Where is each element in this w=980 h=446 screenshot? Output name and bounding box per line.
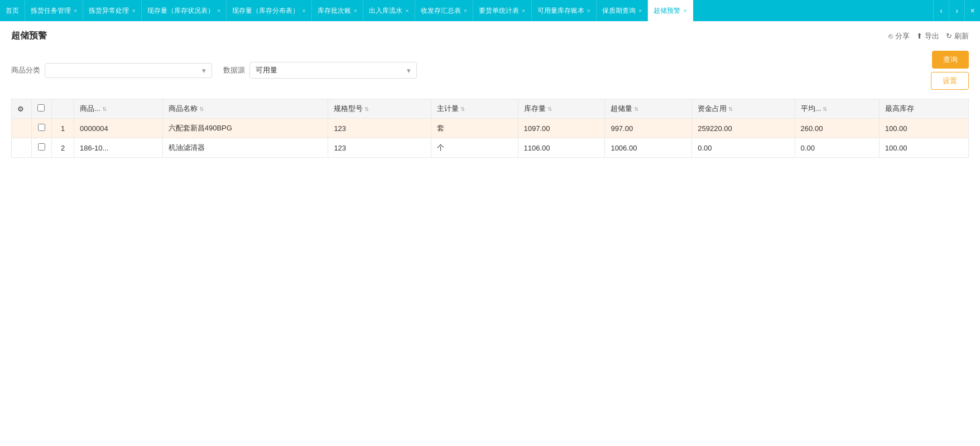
nav-tab-home[interactable]: 首页 (0, 0, 25, 21)
nav-tab-batch[interactable]: 库存批次账 × (312, 0, 363, 21)
nav-tab-requisition[interactable]: 要货单统计表 × (473, 0, 531, 21)
stock-col-header[interactable]: 库存量⇅ (518, 99, 605, 119)
close-icon[interactable]: × (132, 7, 135, 14)
row-settings-cell (12, 119, 32, 138)
settings-button[interactable]: 设置 (931, 72, 969, 90)
product-category-filter: 商品分类 ▾ (11, 63, 212, 78)
close-icon[interactable]: × (683, 7, 686, 14)
product-code-col-header[interactable]: 商品...⇅ (74, 99, 163, 119)
nav-tab-available[interactable]: 可用量库存账本 × (532, 0, 597, 21)
data-source-label: 数据源 (223, 65, 245, 75)
filter-row: 商品分类 ▾ 数据源 可用量 ▾ 查询 设置 (11, 51, 969, 90)
nav-tab-summary[interactable]: 收发存汇总表 × (415, 0, 473, 21)
unit-col-header[interactable]: 主计量⇅ (431, 99, 518, 119)
row-checkbox[interactable] (38, 143, 45, 151)
data-source-value: 可用量 (256, 65, 277, 75)
max-stock-cell: 100.00 (879, 138, 968, 158)
row-num-cell: 1 (52, 119, 74, 138)
nav-prev-button[interactable]: ‹ (933, 0, 949, 21)
share-button[interactable]: ⎋ 分享 (888, 31, 910, 41)
export-button[interactable]: ⬆ 导出 (916, 31, 939, 41)
spec-cell: 123 (328, 119, 431, 138)
close-icon[interactable]: × (522, 7, 525, 14)
overstock-cell: 1006.00 (605, 138, 692, 158)
product-code-cell: 0000004 (74, 119, 163, 138)
capital-col-header[interactable]: 资金占用⇅ (692, 99, 795, 119)
product-name-col-header[interactable]: 商品名称⇅ (162, 99, 328, 119)
avg-cell: 260.00 (795, 119, 879, 138)
stock-cell: 1106.00 (518, 138, 605, 158)
spec-cell: 123 (328, 138, 431, 158)
product-name-cell: 六配套新昌490BPG (162, 119, 328, 138)
share-icon: ⎋ (888, 32, 893, 40)
row-checkbox-cell[interactable] (32, 138, 52, 158)
data-table: ⚙ 商品...⇅ 商品名称⇅ 规格型号⇅ 主计量⇅ (11, 99, 969, 158)
query-button[interactable]: 查询 (932, 51, 969, 69)
nav-tab-inventory-status[interactable]: 现存量（库存状况表） × (142, 0, 227, 21)
product-name-cell: 机油滤清器 (162, 138, 328, 158)
sort-icon: ⇅ (460, 106, 465, 112)
rownum-col-header (52, 99, 74, 119)
close-icon[interactable]: × (74, 7, 77, 14)
select-all-checkbox[interactable] (37, 104, 45, 112)
nav-tab-exception[interactable]: 拣货异常处理 × (83, 0, 141, 21)
table-body: 1 0000004 六配套新昌490BPG 123 套 1097.00 997.… (12, 119, 969, 158)
close-icon[interactable]: × (354, 7, 357, 14)
main-content: 超储预警 ⎋ 分享 ⬆ 导出 ↻ 刷新 商品分类 ▾ 数据源 (0, 21, 980, 446)
nav-close-button[interactable]: × (964, 0, 980, 21)
sort-icon: ⇅ (823, 106, 827, 112)
unit-cell: 套 (431, 119, 518, 138)
nav-tab-overstock[interactable]: 超储预警 × (648, 0, 693, 21)
close-icon[interactable]: × (638, 7, 642, 14)
overstock-cell: 997.00 (605, 119, 692, 138)
nav-arrows: ‹ › × (933, 0, 980, 21)
nav-next-button[interactable]: › (949, 0, 964, 21)
row-settings-cell (12, 138, 32, 158)
nav-tab-inventory-dist[interactable]: 现存量（库存分布表） × (227, 0, 311, 21)
row-checkbox[interactable] (38, 124, 45, 131)
table-header-row: ⚙ 商品...⇅ 商品名称⇅ 规格型号⇅ 主计量⇅ (12, 99, 969, 119)
close-icon[interactable]: × (217, 7, 220, 14)
product-category-select[interactable]: ▾ (45, 63, 212, 78)
table-row: 1 0000004 六配套新昌490BPG 123 套 1097.00 997.… (12, 119, 969, 138)
top-navigation: 首页 拣货任务管理 × 拣货异常处理 × 现存量（库存状况表） × 现存量（库存… (0, 0, 980, 21)
capital-cell: 259220.00 (692, 119, 795, 138)
close-icon[interactable]: × (405, 7, 409, 14)
refresh-button[interactable]: ↻ 刷新 (946, 31, 969, 41)
close-icon[interactable]: × (587, 7, 590, 14)
sort-icon: ⇅ (199, 106, 204, 112)
checkbox-col-header (32, 99, 52, 119)
max-stock-col-header: 最高库存 (879, 99, 968, 119)
header-actions: ⎋ 分享 ⬆ 导出 ↻ 刷新 (888, 31, 969, 41)
sort-icon: ⇅ (364, 106, 369, 112)
avg-col-header[interactable]: 平均...⇅ (795, 99, 879, 119)
close-icon[interactable]: × (464, 7, 467, 14)
capital-cell: 0.00 (692, 138, 795, 158)
row-num-cell: 2 (52, 138, 74, 158)
page-header: 超储预警 ⎋ 分享 ⬆ 导出 ↻ 刷新 (11, 30, 969, 42)
table-row: 2 186-10... 机油滤清器 123 个 1106.00 1006.00 … (12, 138, 969, 158)
chevron-down-icon: ▾ (202, 66, 206, 75)
export-icon: ⬆ (916, 32, 923, 40)
max-stock-cell: 100.00 (879, 119, 968, 138)
nav-tab-inout[interactable]: 出入库流水 × (363, 0, 415, 21)
settings-icon[interactable]: ⚙ (17, 105, 24, 113)
stock-cell: 1097.00 (518, 119, 605, 138)
refresh-icon: ↻ (946, 32, 952, 40)
sort-icon: ⇅ (547, 106, 552, 112)
data-source-select[interactable]: 可用量 ▾ (249, 62, 417, 79)
close-icon[interactable]: × (302, 7, 305, 14)
data-source-filter: 数据源 可用量 ▾ (223, 62, 417, 79)
chevron-down-icon: ▾ (407, 66, 411, 75)
sort-icon: ⇅ (728, 106, 733, 112)
sort-icon: ⇅ (634, 106, 638, 112)
nav-tab-task[interactable]: 拣货任务管理 × (25, 0, 83, 21)
product-category-label: 商品分类 (11, 65, 40, 75)
settings-col-header[interactable]: ⚙ (12, 99, 32, 119)
nav-tab-expiry[interactable]: 保质期查询 × (597, 0, 648, 21)
page-title: 超储预警 (11, 30, 47, 42)
overstock-col-header[interactable]: 超储量⇅ (605, 99, 692, 119)
row-checkbox-cell[interactable] (32, 119, 52, 138)
spec-col-header[interactable]: 规格型号⇅ (328, 99, 431, 119)
sort-icon: ⇅ (102, 106, 107, 112)
